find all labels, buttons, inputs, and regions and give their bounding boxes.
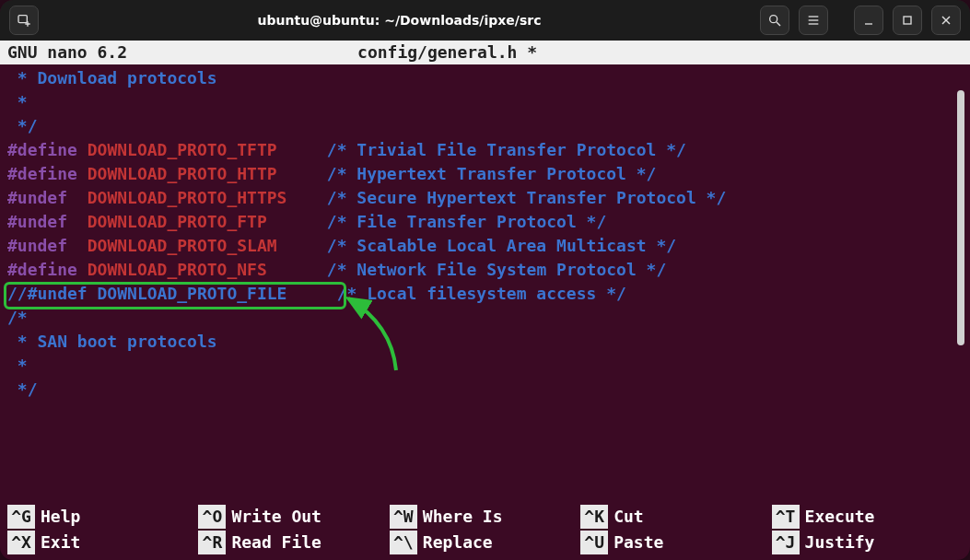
- shortcut-key: ^U: [580, 531, 608, 554]
- shortcut-label: Exit: [41, 531, 80, 554]
- scrollbar[interactable]: [957, 90, 964, 554]
- code-line: * SAN boot protocols: [7, 330, 963, 354]
- shortcut-label: Cut: [614, 505, 644, 529]
- code-line: */: [7, 378, 963, 402]
- shortcut-execute[interactable]: ^TExecute: [772, 505, 963, 529]
- nano-statusbar: GNU nano 6.2 config/general.h *: [0, 41, 970, 64]
- shortcut-exit[interactable]: ^XExit: [7, 531, 198, 554]
- macro: DOWNLOAD_PROTO_NFS: [88, 260, 267, 279]
- shortcut-readfile[interactable]: ^RRead File: [198, 531, 389, 554]
- comment: /* Trivial File Transfer Protocol */: [327, 140, 686, 159]
- shortcut-label: Read File: [231, 531, 321, 554]
- svg-rect-0: [18, 16, 27, 23]
- minimize-icon: [861, 13, 876, 28]
- close-icon: [939, 13, 953, 28]
- comment: /* File Transfer Protocol */: [327, 212, 606, 231]
- minimize-button[interactable]: [854, 6, 883, 35]
- preproc: #undef: [7, 236, 88, 255]
- shortcut-label: Write Out: [231, 505, 321, 529]
- code-line: *: [7, 354, 963, 378]
- shortcut-paste[interactable]: ^UPaste: [580, 531, 771, 554]
- code-line: #undef DOWNLOAD_PROTO_FTP /* File Transf…: [7, 210, 963, 234]
- code-line: * Download protocols: [7, 66, 963, 90]
- svg-point-3: [770, 16, 777, 23]
- shortcut-key: ^X: [7, 531, 35, 554]
- code-line: *: [7, 90, 963, 114]
- search-button[interactable]: [760, 6, 789, 35]
- code-line: */: [7, 114, 963, 138]
- shortcut-whereis[interactable]: ^WWhere Is: [390, 505, 580, 529]
- hamburger-menu-button[interactable]: [799, 6, 828, 35]
- code-line: #undef DOWNLOAD_PROTO_SLAM /* Scalable L…: [7, 234, 963, 258]
- code-line: #define DOWNLOAD_PROTO_TFTP /* Trivial F…: [7, 138, 963, 162]
- shortcut-writeout[interactable]: ^OWrite Out: [198, 505, 389, 529]
- comment: /* Secure Hypertext Transfer Protocol */: [327, 188, 726, 207]
- comment: /* Scalable Local Area Multicast */: [327, 236, 676, 255]
- shortcut-label: Execute: [805, 505, 875, 529]
- macro: DOWNLOAD_PROTO_HTTP: [88, 164, 277, 183]
- preproc: #define: [7, 164, 88, 183]
- preproc: #define: [7, 260, 88, 279]
- svg-line-4: [777, 22, 780, 26]
- maximize-button[interactable]: [893, 6, 922, 35]
- shortcut-label: Replace: [423, 531, 493, 554]
- close-button[interactable]: [931, 6, 961, 35]
- shortcut-key: ^O: [198, 505, 226, 529]
- code-line: /*: [7, 306, 963, 330]
- new-tab-button[interactable]: [9, 6, 39, 35]
- terminal-viewport[interactable]: GNU nano 6.2 config/general.h * * Downlo…: [0, 41, 970, 560]
- shortcut-label: Help: [41, 505, 80, 529]
- svg-rect-9: [904, 17, 911, 24]
- shortcut-replace[interactable]: ^\Replace: [390, 531, 580, 554]
- nano-app-name: GNU nano 6.2: [7, 41, 127, 64]
- shortcut-label: Where Is: [423, 505, 503, 529]
- shortcut-help[interactable]: ^GHelp: [7, 505, 198, 529]
- maximize-icon: [900, 13, 915, 28]
- window-title: ubuntu@ubuntu: ~/Downloads/ipxe/src: [48, 13, 751, 28]
- shortcut-key: ^G: [7, 505, 35, 529]
- code-line-highlighted: #define DOWNLOAD_PROTO_NFS /* Network Fi…: [7, 258, 963, 282]
- shortcut-key: ^T: [772, 505, 800, 529]
- editor-content[interactable]: * Download protocols * */#define DOWNLOA…: [0, 64, 970, 402]
- macro: DOWNLOAD_PROTO_SLAM: [88, 236, 277, 255]
- code-line: //#undef DOWNLOAD_PROTO_FILE /* Local fi…: [7, 282, 963, 306]
- preproc: #undef: [7, 212, 88, 231]
- shortcut-key: ^J: [772, 531, 800, 554]
- shortcut-key: ^W: [390, 505, 417, 529]
- macro: DOWNLOAD_PROTO_FTP: [88, 212, 267, 231]
- comment: /* Hypertext Transfer Protocol */: [327, 164, 657, 183]
- preproc: #undef: [7, 188, 88, 207]
- shortcut-justify[interactable]: ^JJustify: [772, 531, 963, 554]
- comment: /* Network File System Protocol */: [327, 260, 666, 279]
- shortcut-key: ^R: [198, 531, 226, 554]
- code-line: #undef DOWNLOAD_PROTO_HTTPS /* Secure Hy…: [7, 186, 963, 210]
- hamburger-icon: [806, 13, 821, 28]
- terminal-window: ubuntu@ubuntu: ~/Downloads/ipxe/src GNU …: [0, 0, 970, 560]
- shortcut-key: ^\: [390, 531, 417, 554]
- macro: DOWNLOAD_PROTO_HTTPS: [88, 188, 287, 207]
- scrollbar-thumb[interactable]: [957, 90, 964, 345]
- shortcut-cut[interactable]: ^KCut: [580, 505, 771, 529]
- macro: DOWNLOAD_PROTO_TFTP: [88, 140, 277, 159]
- comment: /* Local filesystem access */: [337, 284, 626, 303]
- shortcut-key: ^K: [580, 505, 608, 529]
- preproc: #define: [7, 140, 88, 159]
- nano-file-name: config/general.h *: [357, 41, 537, 64]
- terminal-plus-icon: [17, 13, 31, 28]
- commented-out: //#undef DOWNLOAD_PROTO_FILE: [7, 284, 286, 303]
- shortcut-label: Paste: [614, 531, 663, 554]
- shortcut-label: Justify: [805, 531, 875, 554]
- nano-shortcut-bar: ^GHelp ^OWrite Out ^WWhere Is ^KCut ^TEx…: [7, 505, 963, 554]
- code-line: #define DOWNLOAD_PROTO_HTTP /* Hypertext…: [7, 162, 963, 186]
- titlebar: ubuntu@ubuntu: ~/Downloads/ipxe/src: [0, 0, 970, 41]
- search-icon: [767, 13, 782, 28]
